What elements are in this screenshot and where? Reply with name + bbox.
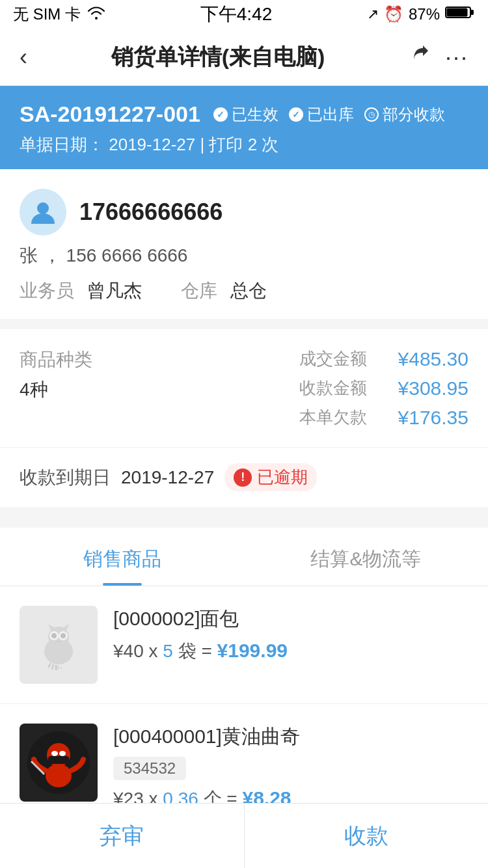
partial-payment-label: 部分收款 (383, 104, 445, 125)
carrier-label: 无 SIM 卡 (13, 4, 81, 25)
due-date-section: 收款到期日 2019-12-27 ! 已逾期 (0, 447, 488, 507)
order-date: 2019-12-27 (109, 135, 195, 154)
deal-amount-row: 成交金额 ¥485.30 (299, 347, 468, 370)
more-icon[interactable]: ··· (445, 44, 468, 71)
summary-section: 商品种类 4种 成交金额 ¥485.30 收款金额 ¥308.95 本单欠款 ¥… (0, 329, 488, 447)
summary-left: 商品种类 4种 (20, 347, 92, 402)
location-icon: ↗ (367, 6, 379, 23)
status-badges: ✓ 已生效 ✓ 已出库 ◷ 部分收款 (213, 104, 445, 125)
deal-amount-label: 成交金额 (299, 347, 367, 370)
divider-2 (0, 507, 488, 517)
received-amount-label: 收款金额 (299, 377, 367, 400)
salesman-value: 曾凡杰 (87, 280, 142, 301)
received-amount-value: ¥308.95 (377, 377, 468, 400)
svg-rect-1 (470, 10, 474, 15)
date-label: 单据日期： (20, 135, 104, 154)
product-info-1: [0000002]面包 ¥40 x 5 袋 = ¥199.99 (113, 606, 468, 664)
partial-payment-badge: ◷ 部分收款 (364, 104, 445, 125)
svg-point-17 (51, 751, 58, 756)
summary-right: 成交金额 ¥485.30 收款金额 ¥308.95 本单欠款 ¥176.35 (299, 347, 468, 429)
received-amount-row: 收款金额 ¥308.95 (299, 377, 468, 400)
product-sku-badge-2: 534532 (113, 757, 186, 780)
warehouse-label: 仓库 (181, 280, 217, 301)
svg-point-19 (46, 764, 72, 787)
deal-amount-value: ¥485.30 (377, 348, 468, 370)
salesman-info: 业务员 曾凡杰 (20, 278, 142, 303)
product-price-row-1: ¥40 x 5 袋 = ¥199.99 (113, 639, 468, 664)
partial-payment-clock-icon: ◷ (364, 107, 379, 122)
list-item: 兽+ [0000002]面包 ¥40 x 5 袋 = ¥199.99 (0, 586, 488, 704)
svg-text:兽+: 兽+ (55, 665, 63, 671)
due-date-label: 收款到期日 (20, 465, 111, 490)
share-icon[interactable] (409, 44, 429, 70)
print-unit-label: 次 (262, 135, 278, 154)
tabs-section: 销售商品 结算&物流等 (0, 528, 488, 586)
tab-settlement-logistics[interactable]: 结算&物流等 (244, 528, 488, 586)
customer-row: 17666666666 (20, 189, 468, 236)
status-time: 下午4:42 (200, 2, 273, 27)
customer-id: 17666666666 (79, 198, 223, 226)
nav-right-actions: ··· (409, 44, 468, 71)
nav-bar: ‹ 销货单详情(来自电脑) ··· (0, 29, 488, 86)
due-date-value: 2019-12-27 (121, 467, 214, 488)
overdue-badge: ! 已逾期 (224, 463, 317, 491)
overdue-text: 已逾期 (257, 466, 308, 489)
effective-check-icon: ✓ (213, 107, 228, 122)
product-list: 兽+ [0000002]面包 ¥40 x 5 袋 = ¥199.99 (0, 586, 488, 832)
product-thumbnail-2 (20, 724, 98, 802)
back-button[interactable]: ‹ (20, 44, 27, 71)
outbound-check-icon: ✓ (289, 107, 303, 122)
salesman-label: 业务员 (20, 280, 74, 301)
print-separator: | (200, 135, 209, 154)
tabs-row: 销售商品 结算&物流等 (0, 528, 488, 586)
divider-1 (0, 319, 488, 329)
wifi-icon (87, 5, 105, 23)
svg-point-18 (59, 751, 66, 756)
product-qty-1: 5 (163, 641, 173, 661)
product-type-label: 商品种类 (20, 347, 92, 372)
outbound-label: 已出库 (307, 104, 354, 125)
battery-icon (445, 5, 475, 23)
effective-label: 已生效 (232, 104, 278, 125)
status-bar: 无 SIM 卡 下午4:42 ↗ ⏰ 87% (0, 0, 488, 29)
owed-amount-row: 本单欠款 ¥176.35 (299, 406, 468, 429)
product-type-count: 4种 (20, 377, 92, 402)
order-id: SA-20191227-001 (20, 102, 200, 127)
owed-amount-value: ¥176.35 (377, 407, 468, 429)
status-left: 无 SIM 卡 (13, 4, 105, 25)
svg-point-9 (61, 633, 66, 638)
svg-rect-2 (447, 8, 468, 17)
customer-phone: 张 ， 156 6666 6666 (20, 243, 468, 268)
battery-label: 87% (409, 5, 440, 23)
customer-section: 17666666666 张 ， 156 6666 6666 业务员 曾凡杰 仓库… (0, 169, 488, 319)
print-count-value: 2 (248, 135, 257, 154)
svg-point-8 (51, 633, 57, 638)
customer-meta: 业务员 曾凡杰 仓库 总仓 (20, 278, 468, 303)
tab-sales-products[interactable]: 销售商品 (0, 528, 244, 586)
product-total-1: ¥199.99 (217, 640, 288, 661)
product-name-2: [000400001]黄油曲奇 (113, 724, 468, 750)
warehouse-value: 总仓 (230, 280, 267, 301)
order-date-row: 单据日期： 2019-12-27 | 打印 2 次 (20, 133, 468, 156)
order-header: SA-20191227-001 ✓ 已生效 ✓ 已出库 ◷ 部分收款 单据日期：… (0, 86, 488, 169)
receive-payment-button[interactable]: 收款 (245, 804, 489, 868)
svg-rect-16 (48, 756, 69, 764)
product-thumbnail-1: 兽+ (20, 606, 98, 684)
svg-point-3 (37, 202, 49, 214)
bottom-bar: 弃审 收款 (0, 803, 488, 868)
owed-amount-label: 本单欠款 (299, 406, 367, 429)
print-label: 打印 (209, 135, 243, 154)
product-info-2: [000400001]黄油曲奇 534532 ¥23 x 0.36 个 = ¥8… (113, 724, 468, 811)
page-title: 销货单详情(来自电脑) (111, 42, 325, 72)
cancel-audit-button[interactable]: 弃审 (0, 804, 245, 868)
customer-avatar (20, 189, 66, 236)
alarm-icon: ⏰ (384, 5, 403, 23)
overdue-icon: ! (234, 468, 252, 487)
product-name-1: [0000002]面包 (113, 606, 468, 632)
warehouse-info: 仓库 总仓 (181, 278, 267, 303)
effective-badge: ✓ 已生效 (213, 104, 278, 125)
status-right: ↗ ⏰ 87% (367, 5, 475, 23)
outbound-badge: ✓ 已出库 (289, 104, 354, 125)
